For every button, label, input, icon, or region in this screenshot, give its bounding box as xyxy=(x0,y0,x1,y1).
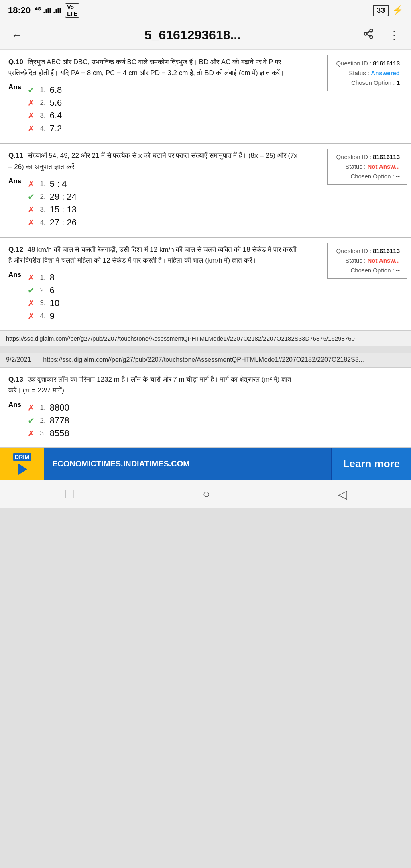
answers-q13: Ans ✗ 1. 8800 ✔ 2. 8778 ✗ 3. 8558 xyxy=(8,400,403,441)
ans-option-2-q12: ✔ 2. 6 xyxy=(26,285,60,296)
ans-num-1-q12: 1. xyxy=(40,274,46,282)
ans-num-2-q11: 2. xyxy=(40,193,46,201)
ans-text-3-q10: 6.4 xyxy=(50,110,62,121)
ans-options-q13: ✗ 1. 8800 ✔ 2. 8778 ✗ 3. 8558 xyxy=(26,400,69,441)
wrong-icon-q11-3: ✗ xyxy=(26,205,36,214)
question-info-box-q10: Question ID : 81616113 Status : Answered… xyxy=(327,55,407,91)
ans-num-1-q10: 1. xyxy=(40,86,46,94)
ans-num-2-q12: 2. xyxy=(40,286,46,294)
wrong-icon-q10-2: ✗ xyxy=(26,98,36,108)
ans-num-4-q10: 4. xyxy=(40,125,46,133)
ans-option-1-q11: ✗ 1. 5 : 4 xyxy=(26,179,77,189)
page-url-short: https://ssc.digialm.com//per/g27/pub/220… xyxy=(43,356,364,364)
question-card-q13: Q.13 एक वृत्ताकार लॉन का परिमाप 1232 m ह… xyxy=(0,367,411,447)
nav-back-button[interactable]: ◁ xyxy=(330,483,355,505)
ans-option-2-q13: ✔ 2. 8778 xyxy=(26,415,69,426)
page-divider xyxy=(0,346,411,353)
wrong-icon-q11-4: ✗ xyxy=(26,218,36,227)
ans-option-3-q13: ✗ 3. 8558 xyxy=(26,428,69,439)
ans-num-2-q10: 2. xyxy=(40,99,46,107)
ans-text-3-q12: 10 xyxy=(50,298,59,308)
svg-line-4 xyxy=(367,31,370,33)
time-display: 18:20 xyxy=(8,5,31,16)
wrong-icon-q13-3: ✗ xyxy=(26,429,36,438)
app-bar: ← 5_6161293618... ⋮ xyxy=(0,21,411,50)
content-area-second: Q.13 एक वृत्ताकार लॉन का परिमाप 1232 m ह… xyxy=(0,367,411,447)
ans-num-3-q13: 3. xyxy=(40,429,46,437)
ans-text-1-q11: 5 : 4 xyxy=(50,179,67,189)
ans-text-3-q13: 8558 xyxy=(50,428,69,439)
ad-icon-area: DRIM xyxy=(13,453,31,475)
ad-banner[interactable]: DRIM ECONOMICTIMES.INDIATIMES.COM Learn … xyxy=(0,448,411,480)
ans-text-2-q12: 6 xyxy=(50,285,55,296)
ans-num-3-q11: 3. xyxy=(40,206,46,214)
ans-text-3-q11: 15 : 13 xyxy=(50,204,77,215)
ans-text-1-q13: 8800 xyxy=(50,402,69,413)
bottom-nav: ☐ ○ ◁ xyxy=(0,480,411,508)
ans-num-2-q13: 2. xyxy=(40,417,46,425)
question-num-q13: Q.13 xyxy=(8,376,23,383)
charging-icon: ⚡ xyxy=(392,5,403,16)
correct-icon-q13-2: ✔ xyxy=(26,416,36,425)
ans-num-1-q11: 1. xyxy=(40,180,46,188)
nav-home-button[interactable]: ○ xyxy=(195,483,218,505)
question-info-box-q12: Question ID : 81616113 Status : Not Answ… xyxy=(327,243,407,279)
ans-text-2-q11: 29 : 24 xyxy=(50,192,77,202)
ad-site-name: ECONOMICTIMES.INDIATIMES.COM xyxy=(44,459,331,468)
ans-label-q12: Ans xyxy=(8,271,21,279)
ans-text-4-q12: 9 xyxy=(50,311,55,321)
content-area: Question ID : 81616113 Status : Answered… xyxy=(0,50,411,331)
wrong-icon-q11-1: ✗ xyxy=(26,179,36,189)
status-bar-left: 18:20 ⁴ᴳ .ıll .ıll VoLTE xyxy=(8,3,79,18)
question-card-q10: Question ID : 81616113 Status : Answered… xyxy=(0,50,411,143)
correct-icon-q11-2: ✔ xyxy=(26,192,36,202)
ans-option-4-q10: ✗ 4. 7.2 xyxy=(26,123,62,134)
signal-icon: ⁴ᴳ .ıll .ıll xyxy=(35,6,61,15)
ans-num-4-q11: 4. xyxy=(40,219,46,227)
ans-num-3-q10: 3. xyxy=(40,112,46,120)
wrong-icon-q12-4: ✗ xyxy=(26,311,36,321)
nav-recents-button[interactable]: ☐ xyxy=(56,483,83,505)
ans-num-1-q13: 1. xyxy=(40,404,46,412)
ans-label-q11: Ans xyxy=(8,177,21,185)
ans-options-q11: ✗ 1. 5 : 4 ✔ 2. 29 : 24 ✗ 3. 15 : 13 ✗ 4… xyxy=(26,176,77,230)
lte-icon: VoLTE xyxy=(65,3,79,18)
ans-option-4-q11: ✗ 4. 27 : 26 xyxy=(26,217,77,228)
ans-label-q10: Ans xyxy=(8,83,21,91)
ans-option-1-q13: ✗ 1. 8800 xyxy=(26,402,69,413)
battery-display: 33 xyxy=(373,5,389,16)
ans-option-1-q12: ✗ 1. 8 xyxy=(26,272,60,283)
ans-option-2-q11: ✔ 2. 29 : 24 xyxy=(26,192,77,202)
question-num-q11: Q.11 xyxy=(8,152,23,159)
question-card-q11: Question ID : 81616113 Status : Not Answ… xyxy=(0,143,411,237)
more-menu-button[interactable]: ⋮ xyxy=(385,25,403,45)
question-num-q10: Q.10 xyxy=(8,58,23,66)
question-info-box-q11: Question ID : 81616113 Status : Not Answ… xyxy=(327,149,407,185)
ans-text-4-q11: 27 : 26 xyxy=(50,217,77,228)
wrong-icon-q13-1: ✗ xyxy=(26,403,36,413)
wrong-icon-q10-3: ✗ xyxy=(26,111,36,120)
ad-cta-button[interactable]: Learn more xyxy=(331,448,411,480)
question-card-q12: Question ID : 81616113 Status : Not Answ… xyxy=(0,237,411,331)
ans-option-4-q12: ✗ 4. 9 xyxy=(26,311,60,321)
ans-text-4-q10: 7.2 xyxy=(50,123,62,134)
page-title: 5_6161293618... xyxy=(34,28,352,43)
ans-text-2-q10: 5.6 xyxy=(50,98,62,108)
share-button[interactable] xyxy=(360,25,377,45)
back-button[interactable]: ← xyxy=(8,26,26,45)
ad-brand-logo: DRIM xyxy=(0,448,44,480)
ad-brand-name: DRIM xyxy=(13,453,31,461)
ans-text-2-q13: 8778 xyxy=(50,415,69,426)
ans-num-4-q12: 4. xyxy=(40,312,46,320)
ans-option-2-q10: ✗ 2. 5.6 xyxy=(26,98,62,108)
ans-option-1-q10: ✔ 1. 6.8 xyxy=(26,85,62,95)
wrong-icon-q12-1: ✗ xyxy=(26,273,36,282)
ans-option-3-q12: ✗ 3. 10 xyxy=(26,298,60,308)
ans-text-1-q10: 6.8 xyxy=(50,85,62,95)
question-text-q13: Q.13 एक वृत्ताकार लॉन का परिमाप 1232 m ह… xyxy=(8,374,403,396)
ans-num-3-q12: 3. xyxy=(40,299,46,307)
wrong-icon-q10-4: ✗ xyxy=(26,124,36,133)
svg-line-3 xyxy=(367,35,370,37)
wrong-icon-q12-3: ✗ xyxy=(26,298,36,308)
question-num-q12: Q.12 xyxy=(8,246,23,253)
